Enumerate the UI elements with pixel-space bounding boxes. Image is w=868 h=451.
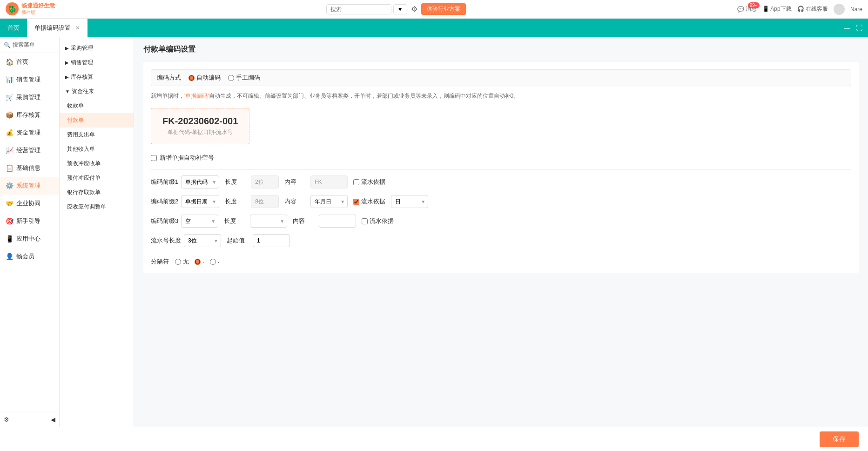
maximize-button[interactable]: ⛶ — [854, 22, 864, 34]
sidebar-item-purchase[interactable]: 🛒 采购管理 — [0, 88, 59, 106]
sub-group-inventory[interactable]: ▶ 库存核算 — [60, 70, 134, 84]
sep-none-label: 无 — [183, 257, 189, 266]
length1-label: 长度 — [225, 178, 248, 186]
auto-fill-checkbox[interactable] — [151, 155, 157, 161]
tab-close-icon[interactable]: ✕ — [75, 25, 80, 31]
content3-label: 内容 — [293, 217, 316, 225]
prefix2-select[interactable]: 单据日期 — [181, 195, 219, 208]
sub-item-payment[interactable]: 付款单 — [60, 113, 134, 128]
auto-encode-option[interactable]: 自动编码 — [188, 74, 221, 82]
sub-group-purchase[interactable]: ▶ 采购管理 — [60, 41, 134, 55]
prefix1-field: 编码前缀1 单据代码 ▼ — [151, 175, 219, 188]
sidebar-item-finance[interactable]: 💰 资金管理 — [0, 124, 59, 141]
content2-select-wrap: 年月日 ▼ — [310, 195, 348, 208]
sidebar-item-inventory[interactable]: 📦 库存核算 — [0, 106, 59, 124]
length1-input — [251, 175, 279, 188]
sep-none-option[interactable]: 无 — [175, 257, 189, 266]
auto-encode-radio[interactable] — [188, 75, 195, 81]
sidebar-item-management[interactable]: 📈 经营管理 — [0, 141, 59, 159]
form-rows: 编码前缀1 单据代码 ▼ 长度 — [151, 175, 851, 266]
gear-button[interactable]: ⚙ — [411, 5, 417, 13]
divider-1 — [151, 169, 851, 170]
search-input[interactable] — [326, 4, 391, 14]
separator-label: 分隔符 — [151, 257, 169, 266]
sep-dot-option[interactable]: · — [195, 258, 204, 265]
sub-item-advance-recv[interactable]: 预收冲应收单 — [60, 156, 134, 171]
info-text: 新增单据时，'单据编码'自动生成，不可编辑。前缀设置为部门、业务员等档案类，开单… — [151, 92, 851, 101]
content2-select[interactable]: 年月日 — [310, 195, 348, 208]
watermark1-checkbox[interactable] — [353, 179, 359, 185]
inventory-icon: 📦 — [6, 111, 13, 119]
auto-fill-label[interactable]: 新增单据自动补空号 — [160, 154, 214, 162]
search-area: ▼ — [326, 4, 407, 14]
sidebar-item-member[interactable]: 👤 畅会员 — [0, 248, 59, 265]
sub-item-advance-pay[interactable]: 预付冲应付单 — [60, 171, 134, 185]
sub-item-receipt[interactable]: 收款单 — [60, 99, 134, 113]
watermark3-checkbox[interactable] — [362, 218, 368, 224]
trial-button[interactable]: 体验行业方案 — [421, 3, 466, 15]
start-value-input[interactable] — [253, 234, 290, 247]
sidebar-search[interactable]: 🔍 搜索菜单 — [0, 37, 59, 53]
watermark1-check: 流水依据 — [353, 178, 385, 186]
tab-home[interactable]: 首页 — [0, 19, 27, 37]
logo-sub: 插件版 — [21, 9, 55, 16]
watermark1-label[interactable]: 流水依据 — [361, 178, 385, 186]
sub-item-other-income[interactable]: 其他收入单 — [60, 142, 134, 156]
length3-select[interactable] — [250, 215, 287, 228]
bottom-bar: 保存 — [0, 427, 868, 451]
watermark2-label[interactable]: 流水依据 — [361, 197, 385, 206]
sidebar-item-basic-info[interactable]: 📋 基础信息 — [0, 159, 59, 177]
tab-encoding-settings[interactable]: 单据编码设置 ✕ — [27, 19, 87, 37]
online-service-button[interactable]: 🎧 在线客服 — [797, 5, 828, 13]
length2-input — [251, 195, 279, 208]
sep-dot2-radio[interactable] — [210, 259, 216, 265]
minimize-button[interactable]: — — [842, 22, 852, 34]
dropdown-button[interactable]: ▼ — [393, 4, 407, 14]
prefix1-select[interactable]: 单据代码 — [181, 175, 219, 188]
sidebar-item-app-center[interactable]: 📱 应用中心 — [0, 230, 59, 248]
sub-group-capital[interactable]: ▼ 资金往来 — [60, 84, 134, 99]
sidebar-collapse-icon[interactable]: ◀ — [51, 416, 55, 423]
sep-dot-label: · — [202, 258, 204, 265]
sub-item-adjustment[interactable]: 应收应付调整单 — [60, 200, 134, 214]
encoding-method-row: 编码方式 自动编码 手工编码 — [151, 69, 851, 86]
sidebar-item-home[interactable]: 🏠 首页 — [0, 53, 59, 71]
sidebar-bottom: ⚙ ◀ — [0, 412, 59, 427]
top-header: 🐉 畅捷通好生意 插件版 ▼ ⚙ 体验行业方案 💬 消息 99+ 📱 App下载… — [0, 0, 868, 19]
expand-purchase-icon: ▶ — [65, 46, 69, 51]
logo-text-block: 畅捷通好生意 插件版 — [21, 2, 55, 15]
watermark2-checkbox[interactable] — [353, 199, 359, 205]
message-button[interactable]: 💬 消息 99+ — [737, 5, 757, 13]
user-avatar[interactable] — [834, 4, 845, 15]
serial-row: 流水号长度 3位 4位 5位 ▼ 起始值 — [151, 234, 851, 247]
sidebar-item-guide[interactable]: 🎯 新手引导 — [0, 212, 59, 230]
sub-item-expense[interactable]: 费用支出单 — [60, 128, 134, 142]
content1-label: 内容 — [284, 178, 308, 186]
sep-none-radio[interactable] — [175, 259, 181, 265]
content3-input[interactable] — [319, 215, 356, 228]
serial-length-select[interactable]: 3位 4位 5位 — [184, 234, 221, 247]
expand-capital-icon: ▼ — [65, 89, 70, 94]
sidebar-item-system[interactable]: ⚙️ 系统管理 — [0, 177, 59, 195]
sep-dot-radio[interactable] — [195, 259, 201, 265]
save-button[interactable]: 保存 — [820, 431, 859, 447]
finance-icon: 💰 — [6, 129, 13, 136]
prefix1-select-wrap: 单据代码 ▼ — [181, 175, 219, 188]
sep-dot2-option[interactable]: · — [210, 258, 220, 265]
sub-group-sales[interactable]: ▶ 销售管理 — [60, 55, 134, 70]
sub-item-bank[interactable]: 银行存取款单 — [60, 185, 134, 200]
sidebar-item-sales[interactable]: 📊 销售管理 — [0, 71, 59, 88]
content2-label: 内容 — [284, 197, 308, 206]
prefix-row-2: 编码前缀2 单据日期 ▼ 长度 — [151, 195, 851, 208]
settings-gear-icon[interactable]: ⚙ — [4, 416, 9, 423]
manual-encode-radio[interactable] — [228, 75, 234, 81]
app-download-button[interactable]: 📱 App下载 — [762, 5, 792, 13]
manual-encode-option[interactable]: 手工编码 — [228, 74, 260, 82]
watermark3-label[interactable]: 流水依据 — [370, 217, 394, 225]
logo-text: 畅捷通好生意 — [21, 2, 55, 9]
prefix3-select[interactable]: 空 — [181, 215, 218, 228]
sidebar-item-enterprise[interactable]: 🤝 企业协同 — [0, 195, 59, 212]
logo-area: 🐉 畅捷通好生意 插件版 — [6, 2, 55, 15]
period-select[interactable]: 日 月 年 — [391, 195, 428, 208]
code-preview-box: FK-20230602-001 单据代码-单据日期-流水号 — [151, 108, 249, 144]
